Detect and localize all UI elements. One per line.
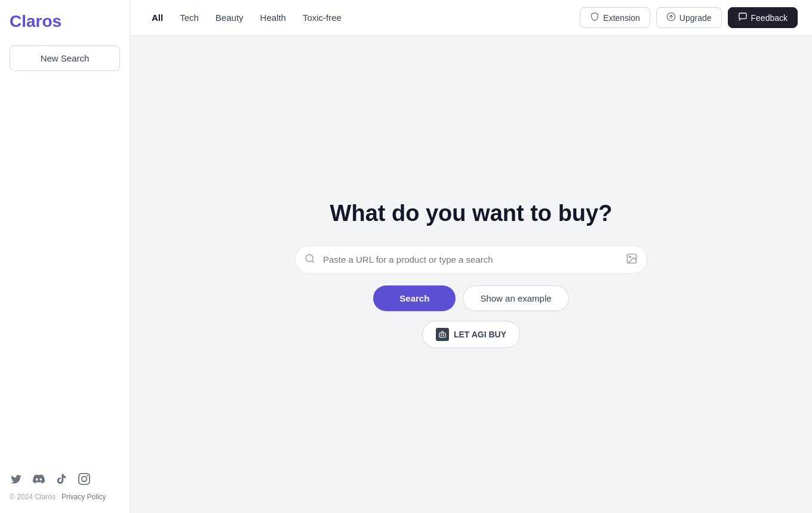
extension-button[interactable]: Extension <box>580 7 650 28</box>
nav-tab-tech[interactable]: Tech <box>173 9 206 26</box>
image-upload-icon[interactable] <box>626 253 638 267</box>
privacy-policy-link[interactable]: Privacy Policy <box>61 493 106 501</box>
svg-point-8 <box>441 335 442 336</box>
nav-tab-beauty[interactable]: Beauty <box>208 9 251 26</box>
feedback-label: Feedback <box>751 13 788 23</box>
agi-buy-button[interactable]: LET AGI BUY <box>422 321 520 348</box>
search-input[interactable] <box>295 245 647 274</box>
search-actions: Search Show an example <box>373 285 568 311</box>
svg-point-6 <box>629 256 631 257</box>
agi-buy-label: LET AGI BUY <box>454 330 506 339</box>
new-search-button[interactable]: New Search <box>10 45 120 71</box>
social-icons-group <box>10 472 120 486</box>
tiktok-icon[interactable] <box>55 472 68 486</box>
extension-label: Extension <box>603 13 639 23</box>
svg-rect-7 <box>439 333 446 337</box>
main-heading: What do you want to buy? <box>330 201 613 226</box>
sidebar-footer: © 2024 Claros Privacy Policy <box>10 472 120 501</box>
instagram-icon[interactable] <box>78 472 91 486</box>
agi-robot-icon <box>436 328 449 341</box>
nav-tab-all[interactable]: All <box>144 9 170 26</box>
show-example-button[interactable]: Show an example <box>463 285 568 311</box>
nav-tabs: All Tech Beauty Health Toxic-free <box>144 9 349 26</box>
header-actions: Extension Upgrade <box>580 7 798 28</box>
svg-rect-1 <box>739 13 746 19</box>
page-content: What do you want to buy? Search Show an … <box>130 36 812 513</box>
copyright-text: © 2024 Claros <box>10 493 56 501</box>
svg-point-9 <box>443 335 444 336</box>
upgrade-icon <box>666 12 676 23</box>
main-area: All Tech Beauty Health Toxic-free Extens… <box>130 0 812 513</box>
footer-text: © 2024 Claros Privacy Policy <box>10 493 120 501</box>
nav-tab-toxic-free[interactable]: Toxic-free <box>296 9 349 26</box>
search-button[interactable]: Search <box>373 285 456 311</box>
search-bar-container <box>295 245 647 274</box>
extension-icon <box>590 12 599 23</box>
discord-icon[interactable] <box>32 472 45 486</box>
header: All Tech Beauty Health Toxic-free Extens… <box>130 0 812 36</box>
upgrade-label: Upgrade <box>679 13 712 23</box>
nav-tab-health[interactable]: Health <box>253 9 293 26</box>
feedback-button[interactable]: Feedback <box>728 7 798 28</box>
upgrade-button[interactable]: Upgrade <box>656 7 722 28</box>
twitter-icon[interactable] <box>10 472 23 486</box>
logo[interactable]: Claros <box>10 12 120 31</box>
sidebar: Claros New Search <box>0 0 130 513</box>
feedback-icon <box>738 12 748 23</box>
